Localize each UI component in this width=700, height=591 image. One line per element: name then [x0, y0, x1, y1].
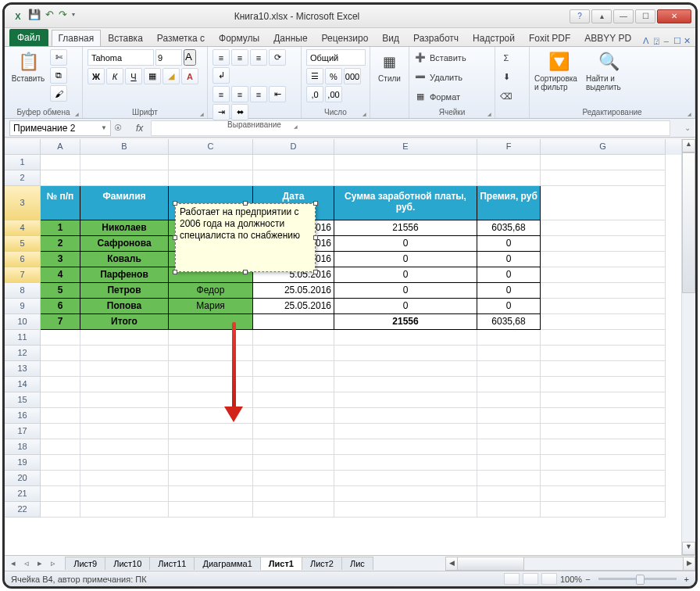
font-color-button[interactable]: A: [181, 68, 198, 84]
save-icon[interactable]: 💾: [28, 9, 41, 20]
resize-handle[interactable]: [243, 201, 248, 206]
sort-filter-button[interactable]: 🔽Сортировка и фильтр: [534, 49, 583, 91]
quick-access-toolbar[interactable]: 💾 ↶ ↷ ▾: [28, 9, 75, 20]
comment-box[interactable]: Работает на предприятии с 2006 года на д…: [175, 203, 316, 272]
sheet-tab[interactable]: Лист10: [105, 557, 150, 570]
currency-button[interactable]: ☰: [306, 68, 323, 84]
zoom-slider[interactable]: [598, 578, 677, 580]
percent-button[interactable]: %: [325, 68, 342, 84]
ribbon-toggle-button[interactable]: ▴: [591, 9, 612, 23]
indent-dec-button[interactable]: ⇤: [269, 86, 286, 102]
col-F[interactable]: F: [477, 139, 541, 155]
view-normal-button[interactable]: [504, 573, 520, 585]
ribbon-close-icon[interactable]: ☐ ✕: [673, 36, 691, 46]
select-all-button[interactable]: [5, 139, 41, 155]
tab-abbyy[interactable]: ABBYY PD: [577, 30, 638, 46]
cells-area[interactable]: 1 2 3№ п/пФамилияДатаСумма заработной пл…: [5, 155, 695, 518]
align-bot-button[interactable]: ≡: [250, 49, 267, 66]
sheet-tab[interactable]: Лист2: [302, 557, 342, 570]
find-select-button[interactable]: 🔍Найти и выделить: [586, 49, 631, 91]
tab-foxit[interactable]: Foxit PDF: [522, 30, 577, 46]
chevron-down-icon[interactable]: ▼: [101, 124, 107, 131]
row-22[interactable]: 22: [5, 502, 41, 518]
resize-handle[interactable]: [173, 270, 177, 274]
row-4[interactable]: 4: [5, 220, 41, 236]
scroll-left-button[interactable]: ◀: [445, 557, 458, 571]
row-14[interactable]: 14: [5, 377, 41, 392]
redo-icon[interactable]: ↷: [59, 9, 67, 20]
tab-data[interactable]: Данные: [266, 30, 314, 46]
bold-button[interactable]: Ж: [88, 68, 105, 84]
tab-file[interactable]: Файл: [9, 29, 48, 46]
row-16[interactable]: 16: [5, 408, 41, 424]
autosum-button[interactable]: Σ: [500, 49, 512, 66]
indent-inc-button[interactable]: ⇥: [212, 104, 230, 120]
row-18[interactable]: 18: [5, 439, 41, 455]
tab-dev[interactable]: Разработч: [406, 30, 466, 46]
row-13[interactable]: 13: [5, 361, 41, 377]
namebox-more-icon[interactable]: ⦿: [114, 124, 122, 132]
tab-insert[interactable]: Вставка: [101, 30, 150, 46]
col-E[interactable]: E: [334, 139, 477, 155]
align-right-button[interactable]: ≡: [250, 86, 267, 102]
row-6[interactable]: 6: [5, 252, 41, 267]
col-B[interactable]: B: [80, 139, 169, 155]
maximize-button[interactable]: ☐: [635, 9, 655, 23]
horizontal-scrollbar[interactable]: ◀ ▶: [445, 557, 695, 571]
grid[interactable]: A B C D E F G 1 2 3№ п/пФамилияДатаСумма…: [5, 139, 695, 555]
help-button[interactable]: ?: [570, 9, 590, 23]
scroll-right-button[interactable]: ▶: [683, 557, 695, 571]
border-button[interactable]: ▦: [144, 68, 161, 84]
col-D[interactable]: D: [253, 139, 334, 155]
close-button[interactable]: ✕: [657, 9, 691, 23]
row-20[interactable]: 20: [5, 471, 41, 486]
fx-label[interactable]: fx: [136, 123, 143, 134]
resize-handle[interactable]: [173, 201, 177, 206]
clear-button[interactable]: ⌫: [500, 88, 512, 105]
sheet-tab[interactable]: Лис: [341, 557, 373, 570]
resize-handle[interactable]: [313, 270, 318, 274]
ribbon-tabs[interactable]: Файл Главная Вставка Разметка с Формулы …: [5, 28, 695, 47]
row-12[interactable]: 12: [5, 346, 41, 361]
row-2[interactable]: 2: [5, 170, 41, 186]
view-break-button[interactable]: [541, 573, 557, 585]
font-name-input[interactable]: [88, 49, 154, 66]
sheet-tab-active[interactable]: Лист1: [260, 557, 302, 570]
zoom-out-button[interactable]: −: [585, 575, 590, 584]
comma-button[interactable]: 000: [344, 68, 361, 84]
row-19[interactable]: 19: [5, 455, 41, 471]
wrap-button[interactable]: ↲: [212, 67, 230, 84]
row-11[interactable]: 11: [5, 330, 41, 346]
resize-handle[interactable]: [313, 235, 318, 240]
ribbon-help-icon[interactable]: ⍰: [654, 36, 659, 46]
italic-button[interactable]: К: [106, 68, 123, 84]
styles-button[interactable]: ▦Стили: [375, 49, 404, 83]
merge-button[interactable]: ⬌: [231, 104, 248, 120]
scroll-down-button[interactable]: ▼: [682, 542, 695, 555]
resize-handle[interactable]: [243, 270, 248, 274]
column-headers[interactable]: A B C D E F G: [5, 139, 695, 155]
cells-format-button[interactable]: ▦Формат: [414, 88, 460, 105]
scroll-up-button[interactable]: ▲: [682, 139, 695, 152]
row-10[interactable]: 10: [5, 314, 41, 330]
dec-dec-button[interactable]: ,00: [325, 86, 342, 102]
tab-formulas[interactable]: Формулы: [212, 30, 266, 46]
sheet-tab[interactable]: Лист11: [149, 557, 195, 570]
row-8[interactable]: 8: [5, 283, 41, 299]
font-size-input[interactable]: [155, 49, 182, 66]
view-layout-button[interactable]: [523, 573, 538, 585]
sheet-tabs[interactable]: ◂ ◃ ▸ ▹ Лист9 Лист10 Лист11 Диаграмма1 Л…: [5, 555, 695, 571]
name-box[interactable]: Примечание 2▼: [9, 120, 111, 136]
tab-layout[interactable]: Разметка с: [150, 30, 212, 46]
row-15[interactable]: 15: [5, 392, 41, 408]
fill-button[interactable]: ⬇: [500, 69, 512, 85]
undo-icon[interactable]: ↶: [45, 9, 54, 20]
row-21[interactable]: 21: [5, 486, 41, 502]
align-left-button[interactable]: ≡: [212, 86, 230, 102]
resize-handle[interactable]: [313, 201, 318, 206]
row-7[interactable]: 7: [5, 267, 41, 283]
row-3[interactable]: 3: [5, 186, 41, 220]
inc-dec-button[interactable]: ,0: [306, 86, 323, 102]
minimize-button[interactable]: —: [613, 9, 634, 23]
vertical-scrollbar[interactable]: ▲ ▼: [681, 139, 695, 555]
